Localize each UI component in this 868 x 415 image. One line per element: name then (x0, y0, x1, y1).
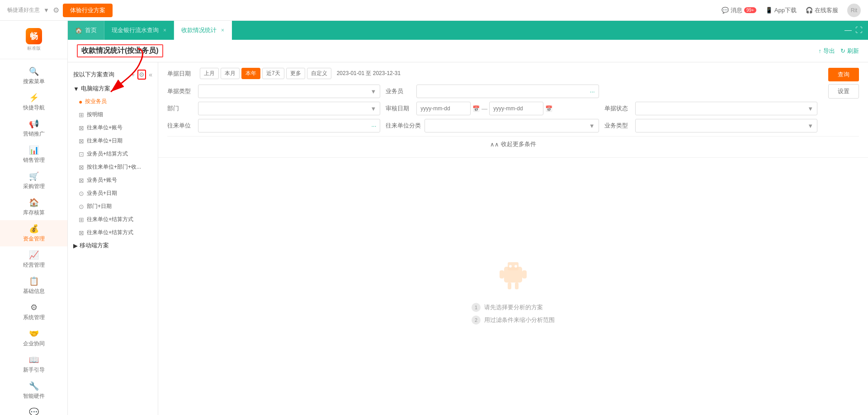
add-scheme-icon[interactable]: + (131, 71, 135, 78)
sidebar-item-wechat[interactable]: 💬 企业微信 (0, 404, 67, 415)
gear-icon[interactable]: ⚙ (53, 6, 59, 14)
date-btn-this-month[interactable]: 本月 (221, 68, 240, 79)
doc-status-select[interactable]: ▼ (635, 102, 817, 115)
sidebar-item-quick-nav[interactable]: ⚡ 快捷导航 (0, 89, 67, 115)
tab-bank-flow-close[interactable]: × (163, 27, 166, 33)
filter-field-business-type: 业务类型 ▼ (604, 119, 817, 132)
doc-type-select[interactable]: ▼ (198, 85, 380, 98)
user-avatar[interactable]: Rit (847, 4, 861, 17)
sidebar-label-marketing: 营销推广 (23, 130, 45, 138)
scheme-by-detail[interactable]: ⊞ 按明细 (68, 108, 158, 121)
business-type-select[interactable]: ▼ (635, 119, 817, 132)
tab-collection-stats-close[interactable]: × (221, 27, 224, 33)
date-label: 单据日期 (167, 70, 194, 78)
counterpart-settle1-label: 往来单位+结算方式 (87, 216, 133, 223)
tab-maximize-icon[interactable]: ⛶ (855, 26, 863, 34)
query-button[interactable]: 查询 (828, 68, 859, 81)
scheme-counterpart-settle1[interactable]: ⊞ 往来单位+结算方式 (68, 213, 158, 226)
collapse-panel-icon[interactable]: « (149, 71, 152, 78)
counterpart-more-dots[interactable]: ··· (371, 123, 376, 129)
sales-icon: 📊 (29, 145, 39, 155)
sidebar-item-system[interactable]: ⚙ 系统管理 (0, 299, 67, 325)
dept-label: 部门 (167, 104, 194, 113)
sidebar-item-basic-info[interactable]: 📋 基础信息 (0, 273, 67, 299)
review-date-start[interactable] (416, 102, 471, 115)
scheme-salesperson-account[interactable]: ⊠ 业务员+账号 (68, 174, 158, 187)
settings-button[interactable]: 设置 (828, 84, 859, 99)
refresh-label: 刷新 (847, 47, 859, 55)
tab-collection-stats[interactable]: 收款情况统计 × (174, 21, 232, 40)
logo-area: 畅 标准版 (0, 24, 67, 59)
counterpart-category-chevron: ▼ (589, 123, 595, 129)
step-2-number: 2 (472, 316, 481, 325)
counterpart-select[interactable]: ··· (198, 119, 380, 132)
sidebar-label-warehouse: 库存核算 (23, 209, 45, 217)
scheme-counterpart-account[interactable]: ⊠ 往来单位+账号 (68, 121, 158, 134)
sidebar-item-sales[interactable]: 📊 销售管理 (0, 141, 67, 168)
sidebar-item-search-menu[interactable]: 🔍 搜索菜单 (0, 63, 67, 89)
counterpart-category-select[interactable]: ▼ (425, 119, 599, 132)
counterpart-category-label: 往来单位分类 (386, 122, 421, 130)
sidebar-item-enterprise[interactable]: 🤝 企业协同 (0, 325, 67, 351)
scheme-settings-icon[interactable]: ⚙ (137, 70, 146, 80)
counterpart-account-icon: ⊠ (79, 124, 84, 132)
scheme-counterpart-date[interactable]: ⊠ 往来单位+日期 (68, 134, 158, 147)
scheme-by-salesperson[interactable]: ● 按业务员 (68, 95, 158, 108)
scheme-salesperson-settle[interactable]: ⊡ 业务员+结算方式 (68, 147, 158, 160)
calendar-start-icon[interactable]: 📅 (472, 105, 480, 112)
export-button[interactable]: ↑ 导出 (819, 47, 835, 55)
sidebar-item-warehouse[interactable]: 🏠 库存核算 (0, 194, 67, 220)
detail-scheme-icon: ⊞ (79, 111, 84, 118)
filter-field-doc-status: 单据状态 ▼ (604, 102, 817, 115)
guide-icon: 📖 (29, 355, 39, 365)
sidebar-label-finance: 资金管理 (23, 235, 45, 243)
sidebar-item-finance[interactable]: 💰 资金管理 (0, 220, 67, 246)
mobile-scheme-title[interactable]: ▶ 移动端方案 (68, 239, 158, 252)
app-download-item[interactable]: 📱 App下载 (765, 6, 797, 14)
salesperson-more-dots[interactable]: ··· (590, 88, 595, 95)
panel-header-icons: + ⚙ « (131, 70, 152, 80)
sidebar-label-enterprise: 企业协同 (23, 340, 45, 348)
panel-header-label: 按以下方案查询 (73, 71, 114, 79)
sidebar-item-marketing[interactable]: 📢 营销推广 (0, 115, 67, 141)
scheme-counterpart-settle2[interactable]: ⊠ 往来单位+结算方式 (68, 226, 158, 239)
review-date-end[interactable] (489, 102, 543, 115)
online-service-item[interactable]: 🎧 在线客服 (806, 6, 838, 14)
scheme-dept-date[interactable]: ⊙ 部门+日期 (68, 200, 158, 213)
trial-button[interactable]: 体验行业方案 (63, 4, 113, 17)
desktop-scheme-title[interactable]: ▼ 电脑端方案 (68, 82, 158, 95)
mobile-expand-icon: ▶ (73, 242, 78, 249)
sidebar-item-smart-hw[interactable]: 🔧 智能硬件 (0, 377, 67, 404)
collapse-button[interactable]: ∧∧ 收起更多条件 (167, 136, 859, 152)
date-btn-this-year[interactable]: 本年 (241, 68, 260, 79)
sidebar-label-system: 系统管理 (23, 314, 45, 321)
refresh-button[interactable]: ↻ 刷新 (840, 47, 859, 55)
chevron-down-icon[interactable]: ▼ (43, 7, 49, 14)
message-icon: 💬 (722, 7, 729, 14)
salesperson-select[interactable]: ··· (416, 85, 599, 98)
message-item[interactable]: 💬 消息 99+ (722, 6, 756, 14)
scheme-salesperson-date[interactable]: ⊙ 业务员+日期 (68, 187, 158, 200)
sidebar-item-purchase[interactable]: 🛒 采购管理 (0, 168, 67, 194)
date-btn-last-month[interactable]: 上月 (200, 68, 219, 79)
dept-select[interactable]: ▼ (198, 102, 380, 115)
date-btn-7days[interactable]: 近7天 (262, 68, 284, 79)
date-btn-custom[interactable]: 自定义 (307, 68, 331, 79)
dept-date-icon: ⊙ (79, 203, 84, 210)
tab-bank-flow[interactable]: 现金银行流水查询 × (104, 21, 174, 40)
date-btn-more[interactable]: 更多 (286, 68, 305, 79)
tab-home[interactable]: 🏠 首页 (68, 21, 104, 40)
svg-point-2 (509, 265, 512, 268)
sidebar-item-guide[interactable]: 📖 新手引导 (0, 351, 67, 377)
tab-minimize-icon[interactable]: — (844, 26, 852, 34)
counterpart-settle2-icon: ⊠ (79, 229, 84, 236)
system-icon: ⚙ (30, 302, 38, 312)
calendar-end-icon[interactable]: 📅 (545, 105, 552, 112)
scheme-counterpart-dept[interactable]: ⊠ 按往来单位+部门+收... (68, 160, 158, 174)
home-icon: 🏠 (75, 27, 82, 34)
counterpart-label: 往来单位 (167, 122, 194, 130)
search-icon: 🔍 (29, 66, 39, 76)
sidebar-item-operation[interactable]: 📈 经营管理 (0, 246, 67, 273)
mobile-schemes: ▶ 移动端方案 (68, 239, 158, 252)
action-buttons: 查询 设置 (828, 68, 859, 99)
